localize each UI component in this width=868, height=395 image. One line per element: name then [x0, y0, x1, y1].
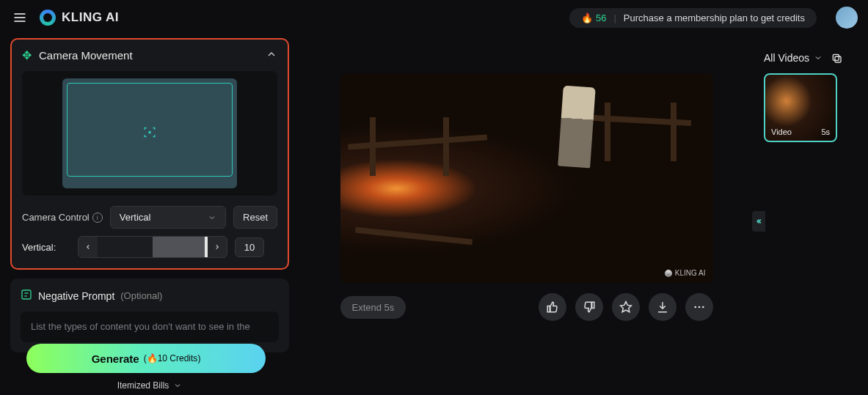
- info-icon[interactable]: i: [92, 213, 103, 223]
- menu-button[interactable]: [10, 8, 29, 27]
- vertical-label: Vertical:: [22, 242, 70, 253]
- collapse-button[interactable]: [266, 48, 277, 62]
- chevron-up-icon: [266, 48, 277, 60]
- camera-panel-title: Camera Movement: [39, 49, 258, 62]
- thumb-type: Video: [771, 128, 792, 136]
- logo-icon: [665, 270, 672, 277]
- camera-preview: [22, 71, 277, 196]
- video-thumbnail[interactable]: Video 5s: [764, 73, 837, 142]
- negative-prompt-optional: (Optional): [120, 290, 162, 301]
- slider-decrease[interactable]: [79, 237, 98, 257]
- svg-rect-11: [833, 54, 839, 60]
- thumbs-down-icon: [583, 300, 596, 314]
- video-preview[interactable]: KLING AI: [340, 73, 713, 283]
- credits-count: 🔥 56: [581, 12, 606, 23]
- favorite-button[interactable]: [612, 293, 640, 321]
- negative-prompt-panel: Negative Prompt (Optional) List the type…: [10, 278, 289, 352]
- brand-name: KLING AI: [62, 10, 119, 25]
- extend-button[interactable]: Extend 5s: [340, 296, 406, 319]
- svg-point-3: [149, 131, 150, 133]
- menu-icon: [12, 10, 27, 25]
- chevron-left-icon: [84, 243, 92, 251]
- video-watermark: KLING AI: [665, 269, 706, 277]
- open-external-icon[interactable]: [830, 51, 843, 64]
- chevron-down-icon: [208, 213, 216, 222]
- thumbs-up-button[interactable]: [539, 293, 566, 321]
- fire-icon: 🔥: [147, 353, 158, 363]
- right-panel: All Videos Video 5s: [764, 38, 858, 395]
- thumbs-up-icon: [546, 300, 559, 314]
- svg-point-10: [701, 306, 704, 309]
- collapse-right-button[interactable]: [752, 211, 765, 232]
- thumbs-down-button[interactable]: [575, 293, 603, 321]
- reset-button[interactable]: Reset: [233, 206, 277, 229]
- svg-point-8: [694, 306, 696, 309]
- slider-increase[interactable]: [208, 237, 227, 257]
- brand-logo[interactable]: KLING AI: [40, 10, 119, 26]
- svg-point-9: [698, 306, 700, 309]
- itemized-bills[interactable]: Itemized Bills: [10, 380, 289, 391]
- vertical-slider[interactable]: [78, 236, 227, 258]
- video-actions: Extend 5s: [340, 293, 713, 321]
- credits-pill[interactable]: 🔥 56 | Purchase a membership plan to get…: [569, 8, 817, 28]
- avatar[interactable]: [836, 7, 858, 29]
- all-videos-header[interactable]: All Videos: [764, 51, 858, 64]
- negative-prompt-icon: [21, 289, 32, 303]
- svg-marker-7: [620, 302, 631, 312]
- more-icon: [693, 300, 706, 314]
- chevron-down-icon: [814, 53, 823, 62]
- camera-control-label: Camera Control i: [22, 212, 103, 223]
- generate-button[interactable]: Generate (🔥10 Credits): [26, 344, 266, 373]
- download-button[interactable]: [649, 293, 676, 321]
- viewer-panel: KLING AI Extend 5s: [299, 38, 754, 395]
- camera-move-icon: ✥: [22, 48, 32, 62]
- credits-cta: Purchase a membership plan to get credit…: [624, 12, 805, 23]
- app-header: KLING AI 🔥 56 | Purchase a membership pl…: [0, 0, 868, 35]
- chevron-right-icon: [214, 243, 221, 251]
- chevron-down-icon: [173, 381, 182, 390]
- vertical-value[interactable]: 10: [235, 237, 264, 257]
- camera-movement-panel: ✥ Camera Movement Camera: [10, 38, 289, 270]
- chevron-left-double-icon: [754, 217, 763, 226]
- star-icon: [619, 300, 632, 314]
- negative-prompt-title: Negative Prompt: [38, 290, 114, 302]
- focus-icon: [143, 126, 156, 141]
- svg-rect-12: [835, 56, 841, 62]
- negative-prompt-input[interactable]: List the types of content you don't want…: [21, 311, 279, 342]
- download-icon: [656, 300, 669, 314]
- logo-icon: [40, 10, 56, 26]
- more-button[interactable]: [685, 293, 713, 321]
- camera-control-select[interactable]: Vertical: [110, 206, 226, 229]
- left-panel: ✥ Camera Movement Camera: [10, 38, 289, 395]
- thumb-duration: 5s: [821, 128, 830, 136]
- svg-rect-4: [22, 290, 31, 299]
- fire-icon: 🔥: [581, 12, 593, 23]
